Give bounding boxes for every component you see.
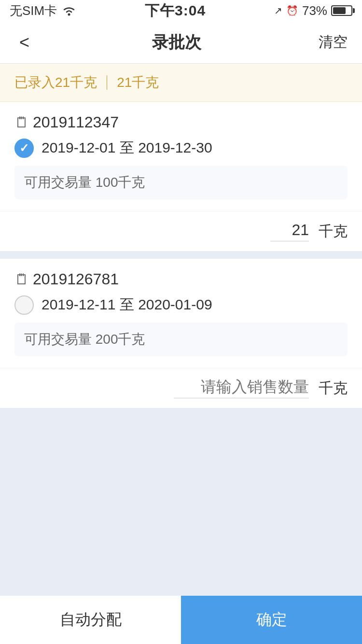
wifi-icon: [62, 5, 76, 16]
svg-point-0: [68, 14, 70, 16]
alarm-icon: ⏰: [286, 5, 298, 16]
amount-row-2: 千克: [0, 368, 362, 408]
amount-row-1: 千克: [0, 211, 362, 251]
summary-label: 已录入21千克: [14, 73, 97, 92]
document-icon-1: 🗒: [14, 114, 29, 131]
batch-date-row-2[interactable]: 2019-12-11 至 2020-01-09: [14, 295, 348, 315]
auto-distribute-button[interactable]: 自动分配: [0, 596, 181, 644]
status-time: 下午3:04: [145, 1, 206, 21]
confirm-button[interactable]: 确定: [181, 596, 362, 644]
section-separator: [0, 251, 362, 259]
battery-percent: 73%: [302, 3, 327, 18]
clear-button[interactable]: 清空: [319, 32, 348, 52]
location-icon: ↗: [274, 5, 282, 16]
batch-card-2: 🗒 2019126781 2019-12-11 至 2020-01-09 可用交…: [0, 259, 362, 408]
batch-date-1: 2019-12-01 至 2019-12-30: [42, 138, 212, 158]
bottom-buttons: 自动分配 确定: [0, 596, 362, 644]
amount-input-1[interactable]: [270, 221, 309, 241]
radio-selected-1[interactable]: [14, 139, 34, 158]
back-button[interactable]: <: [14, 28, 34, 57]
amount-unit-2: 千克: [319, 378, 348, 398]
status-bar: 无SIM卡 下午3:04 ↗ ⏰ 73%: [0, 0, 362, 21]
batch-id-2: 2019126781: [33, 270, 119, 288]
batch-id-row-2: 🗒 2019126781: [14, 270, 348, 288]
summary-divider: [107, 75, 107, 90]
carrier-label: 无SIM卡: [10, 2, 57, 19]
page-title: 录批次: [152, 31, 201, 54]
batch-id-1: 2019112347: [33, 113, 119, 131]
batch-date-row-1[interactable]: 2019-12-01 至 2019-12-30: [14, 138, 348, 158]
amount-input-container-2: [14, 378, 309, 398]
nav-bar: < 录批次 清空: [0, 21, 362, 64]
radio-unselected-2[interactable]: [14, 295, 34, 315]
amount-unit-1: 千克: [319, 222, 348, 241]
battery-icon: [331, 5, 352, 16]
batch-card-1: 🗒 2019112347 2019-12-01 至 2019-12-30 可用交…: [0, 102, 362, 251]
available-row-1: 可用交易量 100千克: [14, 166, 348, 199]
amount-input-2[interactable]: [174, 378, 309, 398]
status-right: ↗ ⏰ 73%: [274, 3, 352, 18]
available-row-2: 可用交易量 200千克: [14, 322, 348, 356]
document-icon-2: 🗒: [14, 271, 29, 288]
batch-id-row-1: 🗒 2019112347: [14, 113, 348, 131]
batch-date-2: 2019-12-11 至 2020-01-09: [42, 295, 212, 315]
status-left: 无SIM卡: [10, 2, 76, 19]
amount-input-container-1: [270, 221, 309, 241]
summary-banner: 已录入21千克 21千克: [0, 64, 362, 102]
summary-value: 21千克: [117, 73, 159, 92]
